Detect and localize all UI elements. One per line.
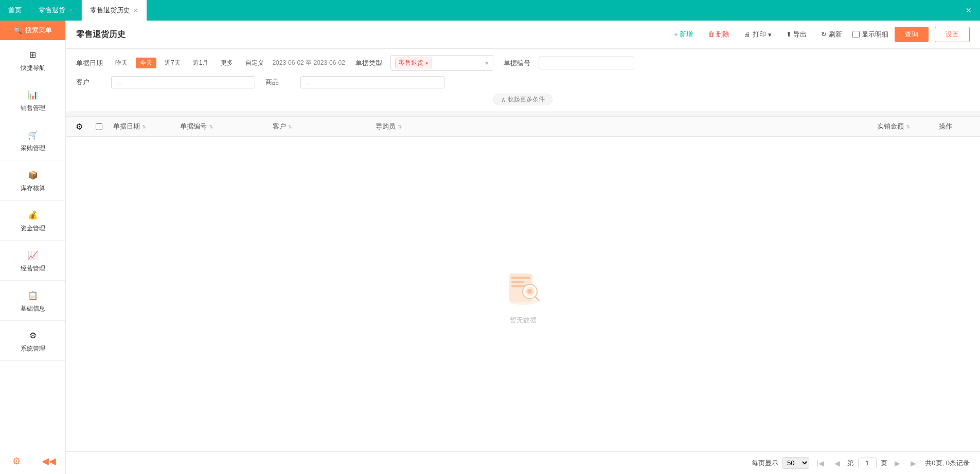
- svg-rect-2: [511, 277, 530, 279]
- top-bar-close[interactable]: ✕: [966, 6, 980, 14]
- svg-line-7: [535, 297, 539, 301]
- sidebar-item-management[interactable]: 📈 经营管理: [0, 241, 65, 281]
- th-amount: 实销金额 ⇅: [873, 122, 935, 131]
- date-btn-more[interactable]: 更多: [217, 58, 237, 68]
- number-filter-input[interactable]: [539, 57, 634, 69]
- sidebar-item-sales[interactable]: 📊 销售管理: [0, 80, 65, 120]
- tab-retail-return[interactable]: 零售退货 ✕: [30, 0, 82, 21]
- collapse-bar: ∧ 收起更多条件: [76, 94, 970, 105]
- sort-guide-icon[interactable]: ⇅: [398, 124, 402, 130]
- date-range-text: 2023-06-02 至 2023-06-02: [272, 59, 345, 67]
- date-btn-7days[interactable]: 近7天: [161, 58, 185, 68]
- page-label-2: 页: [881, 459, 887, 468]
- date-filter-group: 单据日期 昨天 今天 近7天 近1月 更多 自定义 2023-06-02 至 2…: [76, 58, 345, 68]
- svg-rect-3: [511, 281, 524, 283]
- query-button[interactable]: 查询: [895, 27, 929, 42]
- display-checkbox[interactable]: [852, 31, 860, 38]
- page-title: 零售退货历史: [76, 29, 126, 40]
- type-filter-select[interactable]: 零售退货 × ▾: [390, 55, 493, 71]
- prev-page-btn[interactable]: ◀: [831, 458, 843, 468]
- sidebar-item-inventory[interactable]: 📦 库存核算: [0, 160, 65, 200]
- goods-filter-select[interactable]: …: [300, 76, 444, 88]
- goods-filter-group: 商品 …: [265, 76, 444, 88]
- sidebar: 🔍 搜索菜单 ⊞ 快捷导航 📊 销售管理 🛒 采购管理 📦 库存核算 💰 资金管…: [0, 21, 66, 474]
- finance-icon: 💰: [26, 208, 40, 222]
- close-tab-retail-return[interactable]: ✕: [68, 7, 73, 14]
- empty-icon: [500, 263, 546, 309]
- delete-button[interactable]: 🗑 删除: [704, 28, 734, 41]
- sort-customer-icon[interactable]: ⇅: [288, 124, 292, 130]
- th-guide: 导购员 ⇅: [371, 122, 449, 131]
- export-button[interactable]: ⬆ 导出: [782, 28, 811, 41]
- customer-filter-label: 客户: [76, 78, 107, 87]
- customer-filter-select[interactable]: …: [111, 76, 255, 88]
- close-tab-retail-return-history[interactable]: ✕: [133, 7, 138, 14]
- page-size-label: 每页显示: [752, 459, 778, 468]
- search-icon: 🔍: [14, 27, 22, 34]
- total-info: 共0页, 0条记录: [925, 459, 970, 468]
- sidebar-item-basic-info[interactable]: 📋 基础信息: [0, 281, 65, 321]
- filter-row-1: 单据日期 昨天 今天 近7天 近1月 更多 自定义 2023-06-02 至 2…: [76, 55, 970, 71]
- settings-button[interactable]: ⚙: [0, 452, 33, 470]
- sidebar-item-purchase[interactable]: 🛒 采购管理: [0, 120, 65, 160]
- sort-amount-icon[interactable]: ⇅: [906, 124, 910, 130]
- type-tag: 零售退货 ×: [395, 58, 432, 68]
- table-wrapper: ⚙ 单据日期 ⇅ 单据编号 ⇅ 客户 ⇅ 导购员 ⇅: [66, 116, 980, 451]
- quick-nav-icon: ⊞: [26, 47, 40, 62]
- pagination-bar: 每页显示 50 20 100 |◀ ◀ 第 页 ▶ ▶| 共0页, 0条记录: [66, 451, 980, 474]
- basic-info-icon: 📋: [26, 288, 40, 302]
- date-btn-today[interactable]: 今天: [136, 58, 156, 68]
- sort-date-icon[interactable]: ⇅: [142, 124, 146, 130]
- toolbar: + 新增 🗑 删除 🖨 打印 ▾ ⬆ 导出 ↻ 刷新 显示明细 查询 设置: [670, 27, 970, 42]
- svg-point-8: [527, 289, 532, 294]
- sidebar-item-finance[interactable]: 💰 资金管理: [0, 200, 65, 241]
- th-customer: 客户 ⇅: [269, 122, 371, 131]
- number-filter-label: 单据编号: [504, 59, 534, 68]
- goods-filter-label: 商品: [265, 78, 296, 87]
- first-page-btn[interactable]: |◀: [813, 458, 827, 468]
- table-settings-icon[interactable]: ⚙: [70, 122, 88, 132]
- display-toggle[interactable]: 显示明细: [852, 30, 888, 39]
- sort-number-icon[interactable]: ⇅: [209, 124, 213, 130]
- new-button[interactable]: + 新增: [670, 28, 697, 41]
- purchase-icon: 🛒: [26, 127, 40, 142]
- th-action: 操作: [935, 122, 976, 131]
- page-input[interactable]: [858, 458, 877, 468]
- management-icon: 📈: [26, 248, 40, 262]
- set-button[interactable]: 设置: [935, 27, 970, 42]
- select-all-checkbox[interactable]: [96, 123, 102, 130]
- refresh-button[interactable]: ↻ 刷新: [817, 28, 846, 41]
- system-icon: ⚙: [26, 328, 40, 342]
- page-size-select[interactable]: 50 20 100: [782, 457, 809, 469]
- sidebar-bottom: ⚙ ◀◀: [0, 448, 65, 474]
- date-btn-1month[interactable]: 近1月: [189, 58, 213, 68]
- table-select-all[interactable]: [88, 123, 109, 130]
- date-filter: 昨天 今天 近7天 近1月 更多 自定义: [111, 58, 268, 68]
- date-btn-yesterday[interactable]: 昨天: [111, 58, 132, 68]
- content-area: 零售退货历史 + 新增 🗑 删除 🖨 打印 ▾ ⬆ 导出 ↻ 刷新 显示明细 查…: [66, 21, 980, 474]
- date-btn-custom[interactable]: 自定义: [241, 58, 268, 68]
- sidebar-search[interactable]: 🔍 搜索菜单: [0, 21, 65, 40]
- print-button[interactable]: 🖨 打印 ▾: [740, 28, 776, 41]
- last-page-btn[interactable]: ▶|: [907, 458, 921, 468]
- page-label: 第: [847, 459, 854, 468]
- tab-home[interactable]: 首页: [0, 0, 30, 21]
- sidebar-item-quick-nav[interactable]: ⊞ 快捷导航: [0, 40, 65, 80]
- collapse-button[interactable]: ∧ 收起更多条件: [493, 94, 553, 105]
- filter-area: 单据日期 昨天 今天 近7天 近1月 更多 自定义 2023-06-02 至 2…: [66, 49, 980, 112]
- page-header: 零售退货历史 + 新增 🗑 删除 🖨 打印 ▾ ⬆ 导出 ↻ 刷新 显示明细 查…: [66, 21, 980, 49]
- next-page-btn[interactable]: ▶: [892, 458, 903, 468]
- type-tag-close[interactable]: ×: [425, 60, 429, 67]
- tab-retail-return-history[interactable]: 零售退货历史 ✕: [82, 0, 147, 21]
- main-layout: 🔍 搜索菜单 ⊞ 快捷导航 📊 销售管理 🛒 采购管理 📦 库存核算 💰 资金管…: [0, 21, 980, 474]
- empty-state: 暂无数据: [66, 137, 980, 451]
- print-dropdown-icon: ▾: [768, 31, 772, 39]
- tab-list: 首页 零售退货 ✕ 零售退货历史 ✕: [0, 0, 966, 21]
- customer-filter-group: 客户 …: [76, 76, 255, 88]
- sidebar-item-system[interactable]: ⚙ 系统管理: [0, 321, 65, 361]
- sales-icon: 📊: [26, 87, 40, 102]
- date-filter-label: 单据日期: [76, 59, 107, 68]
- empty-text: 暂无数据: [510, 316, 537, 325]
- inventory-icon: 📦: [26, 168, 40, 182]
- mute-button[interactable]: ◀◀: [33, 452, 66, 470]
